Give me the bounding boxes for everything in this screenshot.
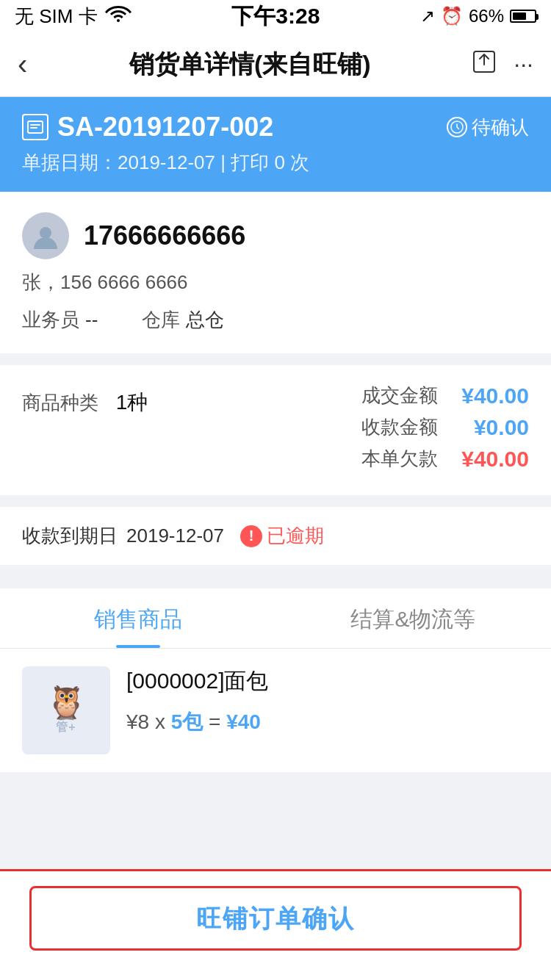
- status-text: 待确认: [472, 115, 529, 140]
- transaction-amount-label: 成交金额: [361, 383, 438, 408]
- product-name: [0000002]面包: [126, 666, 529, 696]
- customer-meta: 业务员 -- 仓库 总仓: [22, 307, 529, 333]
- due-date-label: 收款到期日: [22, 523, 118, 549]
- order-icon: [22, 114, 48, 140]
- warehouse-label: 仓库: [142, 307, 180, 333]
- overdue-badge: ! 已逾期: [240, 523, 324, 549]
- overdue-label: 已逾期: [267, 523, 324, 549]
- received-amount-value: ¥0.00: [455, 415, 529, 440]
- balance-value: ¥40.00: [455, 447, 529, 472]
- salesperson-value: --: [85, 309, 98, 331]
- salesperson-label: 业务员: [22, 307, 79, 333]
- owl-icon: 🦉: [46, 686, 87, 718]
- gap-1: [0, 353, 551, 365]
- no-sim-label: 无 SIM 卡: [15, 4, 98, 29]
- battery-label: 66%: [469, 6, 504, 26]
- product-details: [0000002]面包 ¥8 x 5包 = ¥40: [126, 666, 529, 754]
- wifi-icon: [105, 4, 132, 29]
- tabs-header: 销售商品 结算&物流等: [0, 588, 551, 649]
- battery-icon: [510, 10, 536, 23]
- status-right: ↗ ⏰ 66%: [420, 6, 536, 26]
- product-price: ¥8 x 5包 = ¥40: [126, 708, 529, 736]
- gap-2: [0, 495, 551, 507]
- confirm-button[interactable]: 旺铺订单确认: [29, 886, 522, 951]
- order-id: SA-20191207-002: [22, 112, 273, 143]
- price-text: ¥8 x: [126, 710, 171, 733]
- received-amount-label: 收款金额: [361, 414, 438, 440]
- back-button[interactable]: ‹: [18, 48, 27, 81]
- price-separator: =: [203, 710, 226, 733]
- status-time: 下午3:28: [231, 1, 320, 32]
- order-date: 单据日期：2019-12-07 | 打印 0 次: [22, 150, 529, 176]
- warehouse-value: 总仓: [186, 307, 224, 333]
- status-bar: 无 SIM 卡 下午3:28 ↗ ⏰ 66%: [0, 0, 551, 32]
- customer-phone: 17666666666: [84, 220, 245, 251]
- svg-point-3: [40, 227, 51, 239]
- page-title: 销货单详情(来自旺铺): [129, 48, 371, 82]
- tab-products[interactable]: 销售商品: [0, 588, 276, 648]
- product-type-label: 商品种类: [22, 392, 98, 414]
- nav-actions: ···: [472, 50, 533, 79]
- amount-list: 成交金额 ¥40.00 收款金额 ¥0.00 本单欠款 ¥40.00: [361, 383, 529, 478]
- more-icon[interactable]: ···: [514, 51, 533, 78]
- product-qty: 5包: [171, 710, 204, 733]
- avatar: [22, 212, 69, 259]
- order-header: SA-20191207-002 待确认 单据日期：2019-12-07 | 打印…: [0, 97, 551, 192]
- alarm-icon: ⏰: [441, 6, 463, 26]
- warehouse-item: 仓库 总仓: [142, 307, 224, 333]
- product-type-count: 1种: [116, 391, 148, 414]
- balance-row: 本单欠款 ¥40.00: [361, 446, 529, 472]
- location-icon: ↗: [420, 6, 435, 26]
- overdue-icon: !: [240, 525, 262, 547]
- received-amount-row: 收款金额 ¥0.00: [361, 414, 529, 440]
- order-status: 待确认: [447, 115, 529, 140]
- gap-3: [0, 565, 551, 577]
- transaction-amount-row: 成交金额 ¥40.00: [361, 383, 529, 408]
- product-thumbnail: 🦉 管+: [22, 666, 110, 754]
- transaction-amount-value: ¥40.00: [455, 383, 529, 408]
- due-date-section: 收款到期日 2019-12-07 ! 已逾期: [0, 507, 551, 565]
- product-item: 🦉 管+ [0000002]面包 ¥8 x 5包 = ¥40: [0, 649, 551, 772]
- customer-section: 17666666666 张，156 6666 6666 业务员 -- 仓库 总仓: [0, 192, 551, 353]
- status-left: 无 SIM 卡: [15, 4, 132, 29]
- tabs-section: 销售商品 结算&物流等 🦉 管+ [0000002]面包 ¥8 x 5包 = ¥…: [0, 588, 551, 772]
- tab-settlement[interactable]: 结算&物流等: [276, 588, 551, 648]
- summary-section: 商品种类 1种 成交金额 ¥40.00 收款金额 ¥0.00 本单欠款 ¥40.…: [0, 365, 551, 495]
- salesperson-item: 业务员 --: [22, 307, 98, 333]
- share-icon[interactable]: [472, 50, 496, 79]
- brand-logo: 🦉 管+: [46, 686, 87, 735]
- brand-text: 管+: [56, 720, 76, 735]
- balance-label: 本单欠款: [361, 446, 438, 472]
- price-total: ¥40: [226, 710, 261, 733]
- confirm-btn-wrap: 旺铺订单确认: [0, 869, 551, 980]
- clock-icon: [447, 117, 467, 137]
- nav-bar: ‹ 销货单详情(来自旺铺) ···: [0, 32, 551, 97]
- customer-name: 张，156 6666 6666: [22, 270, 529, 295]
- due-date-value: 2019-12-07: [126, 525, 224, 547]
